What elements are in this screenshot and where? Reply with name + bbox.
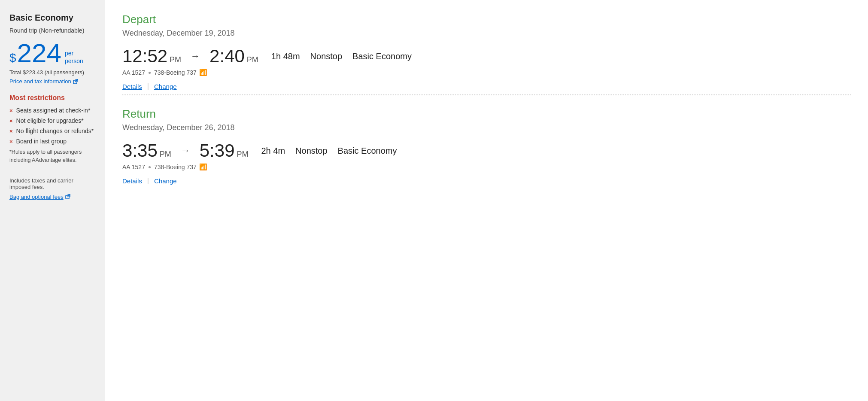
return-depart-time: 3:35: [122, 142, 158, 160]
depart-header: Depart: [122, 13, 851, 26]
depart-fare-class: Basic Economy: [352, 52, 412, 61]
wifi-icon: 📶: [199, 69, 207, 76]
return-flight-number: AA 1527: [122, 164, 145, 170]
restriction-x-icon: ×: [9, 138, 13, 145]
price-amount: 224: [17, 40, 61, 67]
depart-label: Depart: [122, 13, 156, 26]
depart-details-link[interactable]: Details: [122, 83, 142, 90]
arrive-time-block: 2:40 PM: [209, 47, 258, 65]
restriction-item-1: × Seats assigned at check-in*: [9, 107, 95, 114]
restriction-x-icon: ×: [9, 128, 13, 134]
panel-title: Basic Economy: [9, 13, 95, 23]
return-header: Return: [122, 107, 851, 121]
depart-times-row: 12:52 PM → 2:40 PM 1h 48m Nonstop Basic …: [122, 47, 851, 65]
total-price: Total $223.43 (all passengers): [9, 69, 95, 76]
depart-nonstop: Nonstop: [310, 52, 343, 61]
restriction-item-3: × No flight changes or refunds*: [9, 128, 95, 134]
depart-ampm: PM: [170, 55, 181, 64]
return-details-link[interactable]: Details: [122, 177, 142, 185]
return-info-row: AA 1527 738-Boeing 737 📶: [122, 163, 851, 171]
return-section: Return Wednesday, December 26, 2018 3:35…: [122, 94, 851, 185]
left-panel: Basic Economy Round trip (Non-refundable…: [0, 0, 105, 401]
return-label: Return: [122, 107, 156, 120]
depart-flight-number: AA 1527: [122, 69, 145, 76]
right-panel: Depart Wednesday, December 19, 2018 12:5…: [105, 0, 868, 401]
bag-fees-external-icon: [65, 194, 70, 199]
includes-text: Includes taxes and carrier imposed fees.: [9, 177, 95, 190]
bag-fees-link[interactable]: Bag and optional fees: [9, 194, 70, 200]
return-flight-meta: 2h 4m Nonstop Basic Economy: [261, 146, 397, 156]
return-depart-time-block: 3:35 PM: [122, 142, 171, 160]
price-tax-link[interactable]: Price and tax information: [9, 78, 78, 85]
return-arrow-icon: →: [181, 145, 190, 156]
return-fare-class: Basic Economy: [338, 146, 397, 156]
dot-separator-2: [149, 166, 151, 168]
return-depart-ampm: PM: [160, 150, 171, 159]
depart-aircraft: 738-Boeing 737: [154, 69, 197, 76]
depart-date: Wednesday, December 19, 2018: [122, 29, 851, 38]
trip-type: Round trip (Non-refundable): [9, 27, 95, 34]
depart-duration: 1h 48m: [271, 52, 300, 61]
external-link-icon: [73, 79, 78, 84]
restrictions-note: *Rules apply to all passengers including…: [9, 148, 95, 164]
depart-info-row: AA 1527 738-Boeing 737 📶: [122, 69, 851, 76]
return-arrive-time-block: 5:39 PM: [200, 142, 249, 160]
return-wifi-icon: 📶: [199, 163, 207, 171]
depart-time: 12:52: [122, 47, 167, 65]
restriction-x-icon: ×: [9, 118, 13, 124]
per-person-label: per person: [65, 49, 83, 67]
return-arrive-ampm: PM: [237, 150, 249, 159]
dollar-sign: $: [9, 52, 16, 67]
depart-links-row: Details | Change: [122, 82, 851, 90]
arrive-time: 2:40: [209, 47, 245, 65]
return-arrive-time: 5:39: [200, 142, 235, 160]
return-change-link[interactable]: Change: [154, 177, 177, 185]
return-duration: 2h 4m: [261, 146, 285, 156]
return-links-row: Details | Change: [122, 177, 851, 185]
pipe-separator-2: |: [147, 177, 149, 185]
arrive-ampm: PM: [247, 55, 258, 64]
return-times-row: 3:35 PM → 5:39 PM 2h 4m Nonstop Basic Ec…: [122, 142, 851, 160]
depart-section: Depart Wednesday, December 19, 2018 12:5…: [122, 13, 851, 90]
depart-time-block: 12:52 PM: [122, 47, 181, 65]
restriction-item-4: × Board in last group: [9, 138, 95, 145]
depart-flight-meta: 1h 48m Nonstop Basic Economy: [271, 52, 412, 61]
depart-change-link[interactable]: Change: [154, 83, 177, 90]
restrictions-title: Most restrictions: [9, 94, 95, 102]
restriction-item-2: × Not eligible for upgrades*: [9, 117, 95, 124]
arrow-icon: →: [191, 51, 200, 62]
price-row: $ 224 per person: [9, 40, 95, 67]
return-nonstop: Nonstop: [295, 146, 328, 156]
restriction-x-icon: ×: [9, 107, 13, 114]
return-date: Wednesday, December 26, 2018: [122, 123, 851, 132]
return-aircraft: 738-Boeing 737: [154, 164, 197, 170]
dot-separator: [149, 72, 151, 74]
pipe-separator: |: [147, 82, 149, 90]
